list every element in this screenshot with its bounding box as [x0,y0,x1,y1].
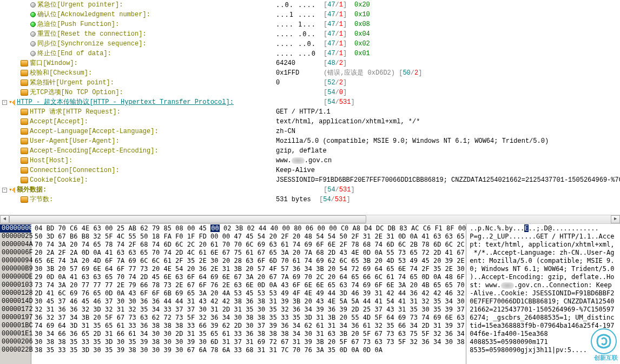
offset-length: [47/1] [324,49,347,58]
hex-ascii-row[interactable]: 0E7FEF70066DD1CBB86819; CNZZDATA12540 [470,297,614,306]
hex-ascii-row[interactable]: */*..Accept-Language: zh-CN..User-Ag [470,249,614,257]
tree-row[interactable]: 重置位[Reset the connection]:.... .0..[47/1… [0,29,620,39]
tree-row[interactable]: 紧急指针[Urgent point]:0[52/2] [0,78,620,88]
hex-ascii-row[interactable]: tid=15ea368883f9b-07964ba146a25f4-197 [470,322,614,330]
packet-details-pane: 紧急位[Urgent pointer]:..0. ....[47/1]0x20确… [0,0,620,215]
tree-row[interactable]: 同步位[Synchronize sequence]:.... ..0.[47/1… [0,39,620,49]
hex-ascii-row[interactable]: 4088535=05980090m171 [470,338,614,346]
hex-bytes-row[interactable]: 36 32 37 34 3B 20 5F 67 73 63 62 72 73 5… [35,314,466,322]
hex-offset[interactable]: 0000004A [0,241,31,249]
tree-row[interactable]: HTTP 请求[HTTP Request]:GET / HTTP/1.1 [0,107,620,117]
tree-row[interactable]: 终止位[End of data]:.... ...0[47/1]0x01 [0,49,620,58]
bit-pattern: .... ..0. [276,39,316,49]
hex-ascii-row[interactable]: 0; Windows NT 6.1; WOW64; Trident/5.0 [470,265,614,273]
tree-row[interactable]: 无TCP选项[No TCP Option]:[54/0] [0,88,620,97]
field-label: Cookie[Cookie]: [30,175,88,185]
hex-offset[interactable]: 00000128 [0,289,31,297]
field-icon [21,138,28,144]
tree-row[interactable]: Connection[Connection]:Keep-Alive [0,166,620,175]
scroll-left-button[interactable]: ◄ [0,215,9,223]
scroll-right-button[interactable]: ► [611,215,620,223]
field-label: 确认位[Acknowledgment number]: [37,10,150,19]
hex-bytes-row[interactable]: 30 3B 20 57 69 6E 64 6F 77 73 20 4E 54 2… [35,265,466,273]
scroll-thumb[interactable] [9,215,366,223]
tree-row[interactable]: 窗口[Window]:64240[48/2] [0,58,620,68]
field-value: 64240 [276,58,295,68]
field-icon [21,60,28,67]
hex-bytes-row[interactable]: 30 34 66 36 65 2D 31 66 61 34 30 30 2D 3… [35,330,466,338]
tree-row[interactable]: 确认位[Acknowledgment number]:...1 ....[47/… [0,10,620,19]
hex-offsets-column[interactable]: 00000000000000250000004A0000006F00000094… [0,224,31,364]
tree-row[interactable]: 急迫位[Push Function]:.... 1...[47/1]0x08 [0,19,620,29]
tree-row[interactable]: User-Agent[User-Agent]:Mozilla/5.0 (comp… [0,136,620,146]
hex-bytes-row[interactable]: 65 6E 74 3A 20 4D 6F 7A 69 6C 6C 61 2F 3… [35,257,466,265]
tree-row[interactable]: 校验和[Checksum]:0x1FFD(错误,应该是 0xD6D2) [50/… [0,68,620,78]
field-value: Mozilla/5.0 (compatible; MSIE 9.0; Windo… [276,136,549,146]
flag-off-icon [30,51,36,56]
hex-ascii-column[interactable]: ..p.Nc.%.by...E..;.D@............P=g..2_… [466,224,614,364]
hex-ascii-row[interactable]: st: www..gov.cn..Connection: Keep [470,281,614,289]
hex-ascii-row[interactable]: 6274; _gscbrs_264088535=1; UM_distinc [470,314,614,322]
hex-ascii-row[interactable]: ..p.Nc.%.by...E..;.D@............ [470,224,614,233]
hex-ascii-row[interactable]: -Alive..Cookie: JSESSIONID=F91BD6BBF2 [470,289,614,297]
hex-ascii-row[interactable]: )..Accept-Encoding: gzip, deflate..Ho [470,273,614,281]
hex-bytes-row[interactable]: 74 69 64 3D 31 35 65 61 33 36 38 38 38 3… [35,322,466,330]
hex-offset[interactable]: 00000172 [0,306,31,314]
hex-ascii-row[interactable]: 8535=05980090gjxj3h11|pv:5.... [470,346,614,354]
hex-bytes-row[interactable]: 73 74 3A 20 77 77 77 2E 79 66 78 73 2E 6… [35,281,466,289]
hex-bytes-row[interactable]: 30 38 38 35 33 35 3D 30 35 39 38 30 30 3… [35,338,466,346]
hex-bytes-row[interactable]: 20 2A 2F 2A 0D 0A 41 63 63 65 70 74 2D 4… [35,249,466,257]
tree-row[interactable]: 字节数:531 bytes[54/531] [0,195,620,204]
hex-bytes-row[interactable]: 2D 41 6C 69 76 65 0D 0A 43 6F 6F 6B 69 6… [35,289,466,297]
hex-bytes-row[interactable]: 29 0D 0A 41 63 63 65 70 74 2D 45 6E 63 6… [35,273,466,281]
offset-length: [47/1] [324,29,347,39]
tree-row[interactable]: -HTTP - 超文本传输协议[HTTP - Hypertext Transfe… [0,97,620,107]
tree-row[interactable]: Host[Host]:www..gov.cn [0,156,620,166]
hex-offset[interactable]: 00000103 [0,281,31,289]
hex-offset[interactable]: 00000206 [0,338,31,346]
hex-bytes-row[interactable]: 30 45 37 46 45 46 37 30 30 36 36 44 44 3… [35,297,466,306]
hex-offset[interactable]: 0000014D [0,297,31,306]
field-label: User-Agent[User-Agent]: [30,136,120,146]
tree-expander[interactable]: - [2,100,7,105]
horizontal-scrollbar[interactable]: ◄ ► [0,215,620,224]
field-label: HTTP 请求[HTTP Request]: [30,107,121,117]
hex-ascii-row[interactable]: ent: Mozilla/5.0 (compatible; MSIE 9. [470,257,614,265]
hex-offset[interactable]: 0000006F [0,249,31,257]
hex-offset[interactable]: 000001E1 [0,330,31,338]
field-label: Host[Host]: [30,156,72,166]
tree-row[interactable]: Accept-Encoding[Accept-Encoding]:gzip, d… [0,146,620,156]
hex-offset[interactable]: 000000DE [0,273,31,281]
hex-offset[interactable]: 00000025 [0,233,31,241]
hex-bytes-row[interactable]: 50 3D 67 B6 B8 32 5F 4C 55 50 18 FA F0 1… [35,233,466,241]
scroll-track[interactable] [9,215,611,223]
bit-pattern: ..0. .... [276,0,316,10]
hex-bytes-row[interactable]: 32 31 36 36 32 3D 32 31 32 35 34 33 37 3… [35,306,466,314]
hex-ascii-row[interactable]: 04f6e-1fa400-15ea368 [470,330,614,338]
field-label: 窗口[Window]: [30,58,78,68]
hex-offset[interactable]: 00000197 [0,314,31,322]
hex-bytes-row[interactable]: 70 74 3A 20 74 65 78 74 2F 68 74 6D 6C 2… [35,241,466,249]
hex-bytes-row[interactable]: 38 35 33 35 3D 30 35 39 38 30 30 39 30 6… [35,346,466,354]
tree-row[interactable]: Cookie[Cookie]:JSESSIONID=F91BD6BBF20E7F… [0,175,620,185]
field-label: 急迫位[Push Function]: [37,19,119,29]
field-icon [21,128,28,135]
tree-expander[interactable]: - [2,188,7,193]
tree-row[interactable]: 紧急位[Urgent pointer]:..0. ....[47/1]0x20 [0,0,620,10]
hex-offset[interactable]: 00000000 [0,224,31,233]
hex-offset[interactable]: 000001BC [0,322,31,330]
hex-offset[interactable]: 0000022B [0,346,31,354]
protocol-icon [9,187,15,193]
hex-bytes-column[interactable]: 04 BD 70 C6 4E 63 00 25 AB 62 79 85 08 0… [31,224,466,364]
field-label: 紧急指针[Urgent point]: [30,78,114,88]
hex-ascii-row[interactable]: P=g..2_LUP.......GET / HTTP/1.1..Acce [470,233,614,241]
hex-ascii-row[interactable]: 21662=2125437701-1505264969-%7C150597 [470,306,614,314]
hex-ascii-row[interactable]: pt: text/html, application/xhtml+xml, [470,241,614,249]
hex-bytes-row[interactable]: 04 BD 70 C6 4E 63 00 25 AB 62 79 85 08 0… [35,224,466,233]
hex-offset[interactable]: 000000B9 [0,265,31,273]
hex-offset[interactable]: 00000094 [0,257,31,265]
tree-row[interactable]: Accept-Language[Accept-Language]:zh-CN [0,127,620,136]
offset-length: [47/1] [324,0,347,10]
tree-row[interactable]: Accept[Accept]:text/html, application/xh… [0,117,620,127]
tree-row[interactable]: -额外数据:[54/531] [0,185,620,195]
